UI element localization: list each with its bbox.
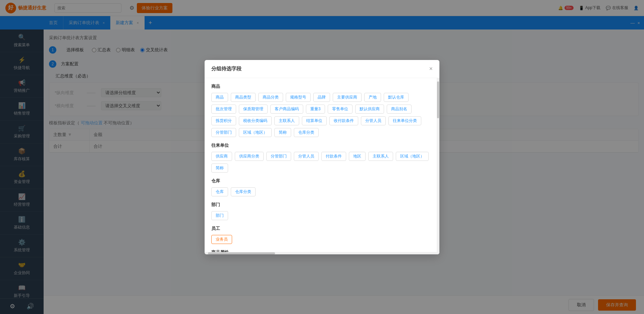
section-employee: 员工 业务员 <box>211 226 430 244</box>
field-tag-supplier[interactable]: 供应商 <box>211 152 232 161</box>
modal-header: 分组待选字段 × <box>205 60 439 78</box>
section-warehouse-title: 仓库 <box>211 178 430 184</box>
section-warehouse-tags: 仓库 仓库分类 <box>211 187 430 196</box>
field-tag-main-contact[interactable]: 主联系人 <box>274 116 299 125</box>
field-tag-default-supplier[interactable]: 默认供应商 <box>355 105 384 114</box>
field-tag-goods-category[interactable]: 商品分类 <box>258 93 283 102</box>
field-tag-tax-code[interactable]: 税收分类编码 <box>239 116 272 125</box>
section-goods: 商品 商品 商品类型 商品分类 规格型号 品牌 主要供应商 产地 默认仓库 批次… <box>211 83 430 137</box>
field-tag-goods-alias[interactable]: 商品别名 <box>387 105 412 114</box>
field-tag-partner-category[interactable]: 往来单位分类 <box>388 116 421 125</box>
field-tag-region[interactable]: 区域（地区） <box>239 128 272 137</box>
field-tag-wh-category[interactable]: 仓库分类 <box>231 187 256 196</box>
field-tag-partner-contact[interactable]: 主联系人 <box>368 152 393 161</box>
field-tag-short-name[interactable]: 简称 <box>274 128 291 137</box>
section-goods-attr: 商品属性 属性 颜色 多规格 尺码 鞋码 1 <box>211 249 430 252</box>
field-tag-goods-type[interactable]: 商品类型 <box>231 93 256 102</box>
field-tag-customer-code[interactable]: 客户商品编码 <box>270 105 303 114</box>
field-tag-dept[interactable]: 分管部门 <box>211 128 236 137</box>
field-tag-pick-score[interactable]: 拣货积分 <box>211 116 236 125</box>
section-goods-tags: 商品 商品类型 商品分类 规格型号 品牌 主要供应商 产地 默认仓库 批次管理 … <box>211 93 430 137</box>
field-tag-supplier-cat[interactable]: 供应商分类 <box>235 152 264 161</box>
field-tag-settlement-unit[interactable]: 结算单位 <box>302 116 327 125</box>
field-tag-retail-unit[interactable]: 零售单位 <box>328 105 353 114</box>
modal-scrollbar[interactable] <box>437 78 439 252</box>
field-tag-main-supplier[interactable]: 主要供应商 <box>333 93 362 102</box>
section-employee-title: 员工 <box>211 226 430 232</box>
field-tag-weight[interactable]: 重量3 <box>306 105 325 114</box>
field-tag-spec[interactable]: 规格型号 <box>286 93 311 102</box>
section-employee-tags: 业务员 <box>211 235 430 244</box>
modal-bottom-thumb <box>208 252 275 254</box>
modal-overlay: 分组待选字段 × 商品 商品 商品类型 商品分类 规格型号 品牌 主要供应商 产… <box>0 0 644 314</box>
field-tag-origin[interactable]: 产地 <box>364 93 381 102</box>
field-tag-partner-dept[interactable]: 分管部门 <box>266 152 291 161</box>
section-department-tags: 部门 <box>211 211 430 220</box>
field-tag-partner-region[interactable]: 区域（地区） <box>396 152 429 161</box>
field-tag-department[interactable]: 部门 <box>211 211 228 220</box>
modal-close-button[interactable]: × <box>429 65 433 72</box>
modal-scroll-thumb <box>437 81 439 118</box>
field-tag-partner-person[interactable]: 分管人员 <box>294 152 319 161</box>
field-tag-payment-cond[interactable]: 付款条件 <box>321 152 346 161</box>
field-tag-brand[interactable]: 品牌 <box>313 93 330 102</box>
section-warehouse: 仓库 仓库 仓库分类 <box>211 178 430 196</box>
field-tag-area[interactable]: 地区 <box>349 152 366 161</box>
modal-body: 商品 商品 商品类型 商品分类 规格型号 品牌 主要供应商 产地 默认仓库 批次… <box>205 78 437 252</box>
field-tag-partner-short[interactable]: 简称 <box>211 164 228 173</box>
field-tag-payment-terms[interactable]: 收付款条件 <box>329 116 358 125</box>
field-tag-goods[interactable]: 商品 <box>211 93 228 102</box>
field-tag-salesperson[interactable]: 业务员 <box>211 235 232 244</box>
modal-title: 分组待选字段 <box>211 66 241 72</box>
section-department-title: 部门 <box>211 202 430 208</box>
section-department: 部门 部门 <box>211 202 430 220</box>
field-tag-default-warehouse[interactable]: 默认仓库 <box>384 93 409 102</box>
field-tag-warehouse[interactable]: 仓库 <box>211 187 228 196</box>
section-goods-attr-title: 商品属性 <box>211 249 430 252</box>
section-partner-title: 往来单位 <box>211 142 430 148</box>
field-tag-quality-manage[interactable]: 保质期管理 <box>239 105 268 114</box>
section-partner-tags: 供应商 供应商分类 分管部门 分管人员 付款条件 地区 主联系人 区域（地区） … <box>211 152 430 173</box>
field-select-modal: 分组待选字段 × 商品 商品 商品类型 商品分类 规格型号 品牌 主要供应商 产… <box>205 60 439 254</box>
section-goods-title: 商品 <box>211 83 430 89</box>
field-tag-warehouse-category[interactable]: 仓库分类 <box>294 128 319 137</box>
section-partner: 往来单位 供应商 供应商分类 分管部门 分管人员 付款条件 地区 主联系人 区域… <box>211 142 430 173</box>
field-tag-batch-manage[interactable]: 批次管理 <box>211 105 236 114</box>
field-tag-supervisor[interactable]: 分管人员 <box>361 116 386 125</box>
modal-bottom-scrollbar[interactable] <box>205 252 439 254</box>
